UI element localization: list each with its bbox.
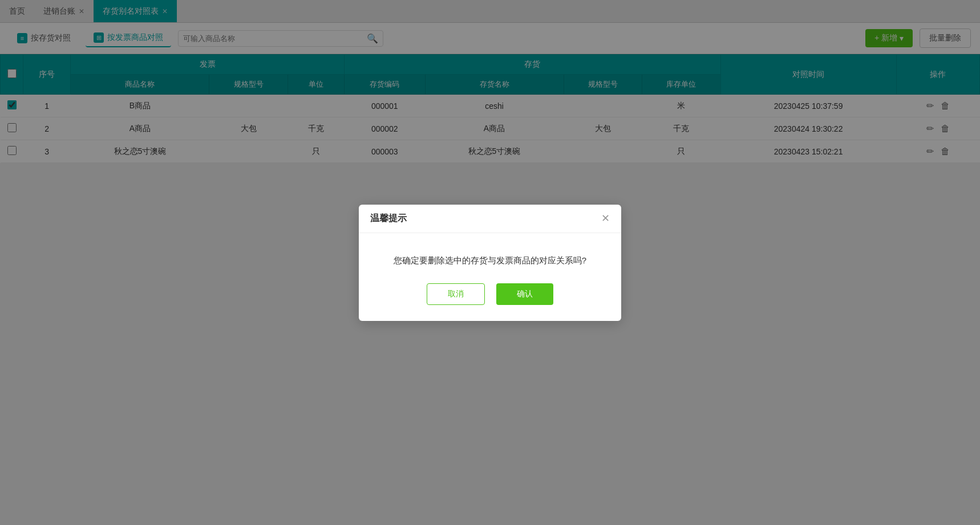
confirm-dialog-overlay: 温馨提示 ✕ 您确定要删除选中的存货与发票商品的对应关系吗? 取消 确认 bbox=[0, 0, 980, 163]
